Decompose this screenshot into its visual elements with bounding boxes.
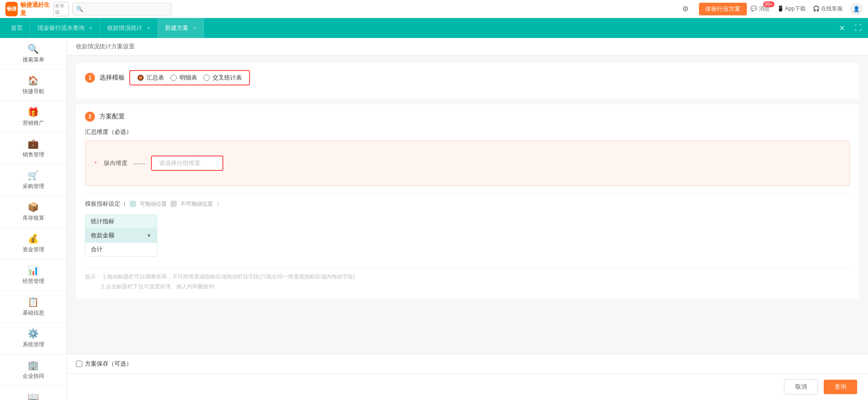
sidebar-label-sales: 销售管理 <box>23 151 44 159</box>
sidebar-item-purchase[interactable]: 🛒 采购管理 <box>0 165 66 196</box>
logo-badge: 标准版 <box>53 2 69 16</box>
message-badge: 99+ <box>763 1 774 7</box>
stats-table-title: 统计指标 <box>91 217 151 226</box>
content-area: 收款情况统计方案设置 1 选择模板 汇总表 明细表 <box>67 38 868 400</box>
service-icon: 🎧 <box>813 5 820 12</box>
settings-button[interactable]: ⚙ <box>679 3 692 15</box>
dimension-select[interactable]: 请选择分组维度 <box>151 155 223 171</box>
sidebar-item-guide[interactable]: 📖 新手引导 <box>0 386 66 400</box>
radio-detail-input[interactable] <box>170 75 177 81</box>
sidebar-item-marketing[interactable]: 🎁 营销推广 <box>0 101 66 133</box>
search-bar[interactable]: 🔍 <box>72 3 172 15</box>
sidebar-label-search: 搜索菜单 <box>23 56 44 64</box>
tab-bank-query[interactable]: 现金银行流水查询 × <box>30 18 100 38</box>
top-right: 💬 消息 99+ 📱 App下载 🎧 在线客服 👤 <box>750 3 863 15</box>
hints-section: 提示： 1.拖动标题栏可以调整布局，不可跨维度或指标区域拖动栏目字段(只能在同一… <box>85 267 850 292</box>
arrow-icon: —— <box>133 160 146 167</box>
tab-new-plan-close[interactable]: × <box>193 25 196 31</box>
sidebar-label-purchase: 采购管理 <box>23 183 44 190</box>
business-icon: 📊 <box>28 265 39 276</box>
sidebar-label-marketing: 营销推广 <box>23 119 44 127</box>
sidebar-label-inventory: 库存核算 <box>23 214 44 222</box>
tab-bar: 首页 现金银行流水查询 × 收款情况统计 × 新建方案 × ✕ ⛶ <box>0 18 868 38</box>
indicators-label: 模板指标设定（ 可拖动位置 不可拖动位置 ） <box>85 200 850 208</box>
message-icon: 💬 <box>750 5 757 12</box>
sidebar-label-system: 系统管理 <box>23 341 44 348</box>
message-button[interactable]: 💬 消息 99+ <box>750 5 769 13</box>
save-checkbox[interactable] <box>76 361 82 367</box>
step1-number: 1 <box>85 73 95 83</box>
page-title: 收款情况统计方案设置 <box>67 38 868 56</box>
col-dropdown-icon[interactable]: ▼ <box>146 233 151 238</box>
stats-total-label: 合计 <box>91 246 103 253</box>
tab-close-all-icon[interactable]: ✕ <box>835 22 848 34</box>
tab-collection-stats-label: 收款情况统计 <box>107 24 142 32</box>
required-star: * <box>94 160 97 167</box>
sidebar-item-sales[interactable]: 💼 销售管理 <box>0 133 66 165</box>
radio-summary-input[interactable] <box>137 75 144 81</box>
sidebar-label-enterprise: 企业协同 <box>23 372 44 380</box>
sidebar-item-inventory[interactable]: 📦 库存核算 <box>0 196 66 228</box>
purchase-icon: 🛒 <box>28 170 39 181</box>
system-icon: ⚙️ <box>28 328 39 339</box>
user-avatar[interactable]: 👤 <box>850 3 863 15</box>
indicators-section: 模板指标设定（ 可拖动位置 不可拖动位置 ） 统计指标 <box>85 193 850 258</box>
drag-info: 可拖动位置 不可拖动位置 ） <box>130 200 222 208</box>
radio-detail[interactable]: 明细表 <box>170 74 197 82</box>
stats-col-header[interactable]: 收款金额 ▼ <box>85 229 157 243</box>
tab-collection-stats[interactable]: 收款情况统计 × <box>100 18 158 38</box>
radio-cross[interactable]: 交叉统计表 <box>203 74 242 82</box>
sidebar-label-finance: 资金管理 <box>23 246 44 254</box>
radio-summary-label: 汇总表 <box>146 74 164 82</box>
search-input[interactable] <box>85 6 168 12</box>
sidebar-item-business[interactable]: 📊 经营管理 <box>0 259 66 291</box>
no-drag-dot <box>170 201 177 207</box>
config-section: 汇总维度（必选） * 纵向维度 —— 请选择分组维度 模板指标设定（ <box>85 128 850 292</box>
inventory-icon: 📦 <box>28 202 39 212</box>
industry-solution-button[interactable]: 体验行业方案 <box>699 3 747 15</box>
finance-icon: 💰 <box>28 233 39 244</box>
query-button[interactable]: 查询 <box>824 380 857 394</box>
sidebar-item-basic-info[interactable]: 📋 基础信息 <box>0 291 66 323</box>
step1-header: 1 选择模板 汇总表 明细表 交叉统计表 <box>85 70 850 85</box>
search-icon: 🔍 <box>76 6 83 12</box>
download-button[interactable]: 📱 App下载 <box>777 5 806 13</box>
logo-text: 畅捷通好生意 <box>20 1 51 17</box>
sidebar-label-nav: 快捷导航 <box>23 88 44 95</box>
hint-text-2: 2.点击标题栏下拉可设置排序、插入列和删除列 <box>85 282 850 292</box>
hint-text-1: 提示： 1.拖动标题栏可以调整布局，不可跨维度或指标区域拖动栏目字段(只能在同一… <box>85 272 850 282</box>
no-drag-label: 不可拖动位置 <box>180 200 213 208</box>
stats-col-label: 收款金额 <box>91 231 145 240</box>
logo-icon: 畅捷 <box>5 2 18 16</box>
logo-icon-text: 畅捷 <box>7 5 17 12</box>
dimension-row: * 纵向维度 —— 请选择分组维度 <box>94 155 223 171</box>
tab-collection-stats-close[interactable]: × <box>147 25 150 31</box>
stats-table: 统计指标 收款金额 ▼ 合计 <box>85 214 157 257</box>
tab-fullscreen-icon[interactable]: ⛶ <box>852 22 864 34</box>
template-options-box: 汇总表 明细表 交叉统计表 <box>129 70 250 85</box>
search-menu-icon: 🔍 <box>28 43 39 54</box>
radio-summary[interactable]: 汇总表 <box>137 74 164 82</box>
sidebar-item-enterprise[interactable]: 🏢 企业协同 <box>0 354 66 386</box>
sidebar-item-nav[interactable]: 🏠 快捷导航 <box>0 70 66 101</box>
download-icon: 📱 <box>777 5 784 12</box>
tab-home[interactable]: 首页 <box>4 18 30 38</box>
save-checkbox-label[interactable]: 方案保存（可选） <box>76 360 132 368</box>
tab-bank-query-close[interactable]: × <box>89 25 92 31</box>
sidebar-item-search[interactable]: 🔍 搜索菜单 <box>0 38 66 70</box>
step1-section: 1 选择模板 汇总表 明细表 交叉统计表 <box>76 63 859 99</box>
save-label: 方案保存（可选） <box>85 360 132 368</box>
sidebar: 🔍 搜索菜单 🏠 快捷导航 🎁 营销推广 💼 销售管理 🛒 采购管理 📦 库存核… <box>0 38 67 400</box>
hint-text-2-content: 2.点击标题栏下拉可设置排序、插入列和删除列 <box>101 283 214 290</box>
step2-section: 2 方案配置 汇总维度（必选） * 纵向维度 —— 请选择分组维度 <box>76 104 859 299</box>
sidebar-item-system[interactable]: ⚙️ 系统管理 <box>0 323 66 354</box>
tab-new-plan[interactable]: 新建方案 × <box>158 18 204 38</box>
service-button[interactable]: 🎧 在线客服 <box>813 5 843 13</box>
sidebar-item-finance[interactable]: 💰 资金管理 <box>0 228 66 259</box>
radio-cross-label: 交叉统计表 <box>212 74 242 82</box>
logo: 畅捷 畅捷通好生意 标准版 <box>5 1 69 17</box>
content-body: 1 选择模板 汇总表 明细表 交叉统计表 <box>67 56 868 354</box>
cancel-button[interactable]: 取消 <box>784 379 818 395</box>
radio-cross-input[interactable] <box>203 75 210 81</box>
step1-title: 选择模板 <box>99 74 125 82</box>
